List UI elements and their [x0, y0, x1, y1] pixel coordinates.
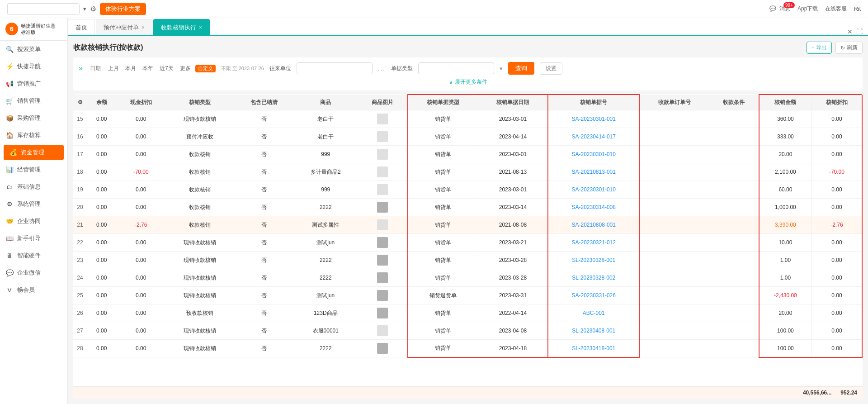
- td-verify-type: 现销收款核销: [165, 252, 234, 269]
- sidebar-item-label: 采购管理: [17, 114, 41, 122]
- sidebar-item-collab[interactable]: 🤝 企业协同: [0, 213, 67, 230]
- online-service-link[interactable]: 在线客服: [825, 5, 847, 13]
- industry-solution-button[interactable]: 体验行业方案: [100, 3, 146, 15]
- td-verify-bill-no: SA-20230301-010: [548, 146, 639, 163]
- sidebar-item-system[interactable]: ⚙ 系统管理: [0, 195, 67, 213]
- expand-more-conditions[interactable]: ∨ 展开更多条件: [79, 78, 857, 86]
- td-verify-bill-date: 2023-03-31: [478, 287, 548, 304]
- settings-icon[interactable]: ⚙: [90, 5, 96, 13]
- message-badge[interactable]: 💬 99+ 消息: [769, 5, 790, 13]
- export-button[interactable]: ↑ 导出: [807, 42, 832, 54]
- sidebar-item-hardware[interactable]: 🖥 智能硬件: [0, 247, 67, 264]
- tab-home[interactable]: 首页: [68, 19, 95, 35]
- logo-text-line1: 畅捷通谱好生意: [21, 23, 56, 29]
- date-more[interactable]: 更多: [178, 64, 193, 73]
- td-collection-order: [639, 146, 709, 163]
- td-verify-type: 现销收款核销: [165, 269, 234, 287]
- tab-prepay[interactable]: 预付冲应付单 ×: [96, 19, 152, 35]
- purchase-icon: 📦: [5, 114, 14, 122]
- td-no: 21: [73, 216, 87, 234]
- date-custom-btn[interactable]: 自定义: [195, 65, 216, 72]
- th-verify-bill-no: 核销单据号: [548, 95, 639, 110]
- bill-no-link[interactable]: SA-20230321-012: [571, 239, 615, 246]
- bill-no-link[interactable]: SL-20230418-001: [572, 345, 615, 352]
- sidebar-item-guide[interactable]: 📖 新手引导: [0, 230, 67, 247]
- bill-type-select[interactable]: [418, 62, 494, 74]
- bill-no-link[interactable]: SA-20230314-008: [571, 204, 615, 210]
- td-include-cleared: 否: [234, 181, 293, 199]
- date-this-month[interactable]: 本月: [123, 64, 138, 73]
- td-balance: 0.00: [87, 287, 116, 304]
- sidebar-item-shortcut[interactable]: ⚡ 快捷导航: [0, 58, 67, 75]
- th-payment-cond: 收款条件: [709, 95, 759, 110]
- partner-dots[interactable]: ...: [378, 65, 386, 72]
- bill-no-link[interactable]: SL-20230408-001: [572, 328, 615, 334]
- bill-type-dropdown-icon[interactable]: ▾: [500, 65, 503, 72]
- bill-no-link[interactable]: SA-20210813-001: [571, 169, 615, 175]
- td-balance: 0.00: [87, 252, 116, 269]
- sidebar-item-search[interactable]: 🔍 搜索菜单: [0, 41, 67, 58]
- tab-collection[interactable]: 收款核销执行 ×: [153, 19, 210, 35]
- setting-button[interactable]: 设置: [540, 62, 562, 75]
- logo-text: 畅捷通谱好生意 标准版: [21, 23, 56, 36]
- bill-no-link[interactable]: SA-20230301-001: [571, 116, 615, 122]
- maximize-icon[interactable]: ⛶: [856, 28, 863, 35]
- goods-image: [377, 290, 388, 301]
- user-name[interactable]: Rit: [854, 6, 861, 12]
- sidebar-item-inventory[interactable]: 🏠 库存核算: [0, 127, 67, 144]
- sidebar-item-label: 经营管理: [17, 166, 41, 174]
- bill-no-link[interactable]: SA-20230331-026: [571, 292, 615, 299]
- refresh-button[interactable]: ↻ 刷新: [835, 42, 863, 54]
- th-gear[interactable]: ⚙: [73, 95, 87, 110]
- td-include-cleared: 否: [234, 216, 293, 234]
- td-verify-amount: 100.00: [759, 340, 811, 357]
- td-cash-discount: 0.00: [116, 234, 165, 252]
- sidebar-item-wechat[interactable]: 💬 企业微信: [0, 264, 67, 281]
- date-filter-label: 日期: [90, 65, 101, 72]
- query-button[interactable]: 查询: [508, 62, 534, 75]
- dropdown-icon[interactable]: ▾: [83, 5, 86, 12]
- td-verify-bill-date: 2023-03-01: [478, 181, 548, 199]
- sales-icon: 🛒: [5, 97, 14, 105]
- td-include-cleared: 否: [234, 269, 293, 287]
- top-bar-right: 💬 99+ 消息 App下载 在线客服 Rit: [769, 5, 861, 13]
- tab-collection-close-icon[interactable]: ×: [199, 24, 202, 31]
- table-wrap[interactable]: ⚙ 余额 现金折扣 核销类型 包含已结清 商品 商品图片 核销单据类型 核销单据…: [73, 94, 863, 386]
- date-this-year[interactable]: 本年: [141, 64, 155, 73]
- td-goods: 测试多属性: [293, 216, 358, 234]
- sidebar-item-sales[interactable]: 🛒 销售管理: [0, 92, 67, 109]
- partner-input[interactable]: [297, 62, 373, 74]
- td-goods: 衣服00001: [293, 322, 358, 340]
- sidebar: 6 畅捷通谱好生意 标准版 🔍 搜索菜单 ⚡ 快捷导航 📢 营销推广 🛒 销售管…: [0, 18, 68, 404]
- bill-no-link[interactable]: SA-20230301-010: [571, 151, 615, 157]
- bill-no-link[interactable]: SL-20230328-001: [572, 257, 615, 263]
- sidebar-item-basic[interactable]: 🗂 基础信息: [0, 178, 67, 195]
- bill-no-link[interactable]: SA-20230414-017: [571, 133, 615, 140]
- td-cash-discount: 0.00: [116, 322, 165, 340]
- date-7days[interactable]: 近7天: [158, 64, 175, 73]
- sidebar-item-marketing[interactable]: 📢 营销推广: [0, 75, 67, 92]
- bill-no-link[interactable]: SL-20230328-002: [572, 275, 615, 281]
- td-verify-bill-type: 销货单: [408, 110, 478, 128]
- td-verify-bill-type: 销货单: [408, 252, 478, 269]
- td-goods-img: [358, 146, 408, 163]
- date-last-month[interactable]: 上月: [106, 64, 121, 73]
- expand-arrow-icon[interactable]: »: [79, 64, 83, 72]
- td-payment-cond: [709, 216, 759, 234]
- sidebar-item-member[interactable]: V 畅会员: [0, 281, 67, 299]
- sidebar-item-purchase[interactable]: 📦 采购管理: [0, 109, 67, 127]
- table-row: 17 0.00 0.00 收款核销 否 999 销货单 2023-03-01 S…: [73, 146, 862, 163]
- bill-no-link[interactable]: SA-20230301-010: [571, 186, 615, 193]
- sidebar-item-operation[interactable]: 📊 经营管理: [0, 161, 67, 178]
- td-no: 15: [73, 110, 87, 128]
- td-goods-img: [358, 322, 408, 340]
- sidebar-item-label: 智能硬件: [17, 252, 41, 260]
- sidebar-item-finance[interactable]: 💰 资金管理: [4, 145, 64, 160]
- tab-prepay-close-icon[interactable]: ×: [142, 24, 145, 31]
- close-tab-icon[interactable]: ✕: [847, 28, 853, 35]
- app-download-link[interactable]: App下载: [797, 5, 818, 13]
- td-cash-discount: -2.76: [116, 216, 165, 234]
- top-search-input[interactable]: [7, 3, 80, 15]
- bill-no-link[interactable]: ABC-001: [583, 310, 605, 316]
- bill-no-link[interactable]: SA-20210808-001: [571, 222, 615, 228]
